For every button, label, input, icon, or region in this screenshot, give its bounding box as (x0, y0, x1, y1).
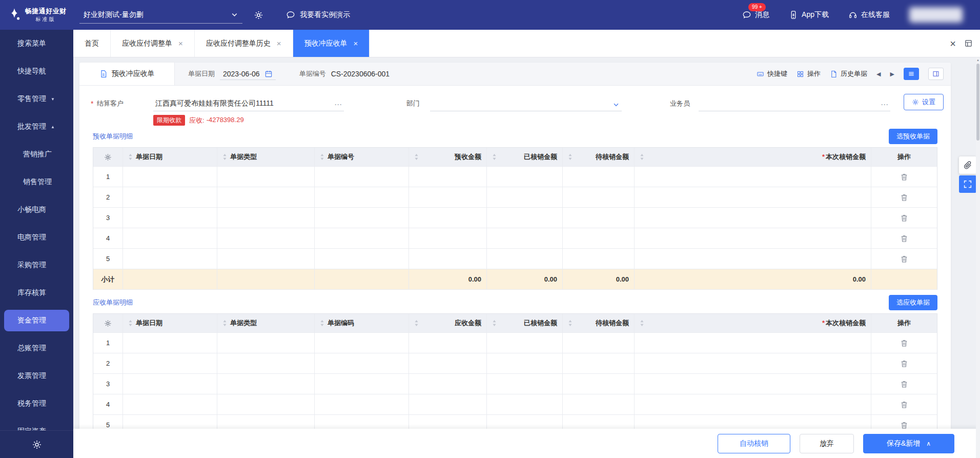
table-cell[interactable] (635, 374, 871, 394)
table-cell[interactable] (563, 249, 635, 269)
table-cell[interactable] (315, 187, 409, 207)
calendar-icon[interactable] (264, 70, 273, 78)
auto-verify-button[interactable]: 自动核销 (718, 434, 790, 453)
dept-field[interactable] (430, 96, 622, 111)
column-header-1-1[interactable]: 单据类型 (217, 314, 315, 332)
sort-icon[interactable] (640, 153, 644, 161)
date-input[interactable]: 2023-06-06 (220, 68, 276, 80)
table-cell[interactable] (487, 167, 563, 187)
sort-icon[interactable] (414, 153, 419, 161)
table-cell[interactable] (635, 228, 871, 248)
tab-3[interactable]: 预收冲应收单× (293, 30, 370, 57)
online-service-button[interactable]: 在线客服 (848, 10, 890, 19)
page-scrollbar[interactable]: ▲ (976, 57, 980, 458)
org-selector[interactable]: 好业财测试-量勿删 (79, 6, 242, 24)
delete-row-icon[interactable] (900, 255, 908, 263)
delete-row-icon[interactable] (900, 173, 908, 181)
ellipsis-icon[interactable]: ⋯ (881, 101, 888, 108)
column-header-0-3[interactable]: 预收金额 (409, 148, 487, 166)
table-cell[interactable] (487, 228, 563, 248)
table-cell[interactable] (409, 394, 487, 414)
table-cell[interactable] (487, 394, 563, 414)
column-header-0-5[interactable]: 待核销金额 (563, 148, 635, 166)
table-cell[interactable] (123, 187, 217, 207)
chevron-left-icon[interactable]: ◀ (876, 71, 881, 77)
table-cell[interactable] (635, 249, 871, 269)
messages-button[interactable]: 99 + 消息 (742, 10, 769, 19)
tab-close-icon[interactable]: × (354, 39, 358, 47)
gear-icon[interactable] (104, 153, 112, 161)
sort-icon[interactable] (320, 153, 324, 161)
tab-1[interactable]: 应收应付调整单× (111, 30, 195, 57)
table-cell[interactable] (409, 353, 487, 373)
discard-button[interactable]: 放弃 (800, 434, 854, 453)
chevron-right-icon[interactable]: ▶ (890, 71, 894, 77)
topbar-gear-icon[interactable] (254, 10, 263, 20)
sidebar-item-8[interactable]: 采购管理 (0, 251, 73, 279)
column-header-1-3[interactable]: 应收金额 (409, 314, 487, 332)
column-header-1-6[interactable]: *本次核销金额 (635, 314, 871, 332)
attachment-button[interactable] (959, 156, 976, 174)
delete-row-icon[interactable] (900, 421, 908, 429)
table-cell[interactable] (487, 353, 563, 373)
table-cell[interactable] (563, 187, 635, 207)
tab-close-icon[interactable]: × (178, 39, 183, 47)
column-header-0-6[interactable]: *本次核销金额 (635, 148, 871, 166)
table-cell[interactable] (563, 228, 635, 248)
table-cell[interactable] (217, 167, 315, 187)
window-layout-icon[interactable] (964, 39, 973, 48)
sidebar-item-3[interactable]: 批发管理▲ (0, 113, 73, 141)
settings-button[interactable]: 设置 (904, 94, 944, 110)
table-cell[interactable] (315, 228, 409, 248)
table-cell[interactable] (123, 374, 217, 394)
sidebar-item-1[interactable]: 快捷导航 (0, 57, 73, 85)
table-cell[interactable] (123, 394, 217, 414)
table-cell[interactable] (315, 394, 409, 414)
table-cell[interactable] (315, 374, 409, 394)
sort-icon[interactable] (222, 320, 227, 327)
select-prepay-docs-button[interactable]: 选预收单据 (889, 129, 937, 144)
table-cell[interactable] (315, 208, 409, 228)
table-cell[interactable] (563, 374, 635, 394)
sidebar-item-6[interactable]: 小畅电商 (0, 196, 73, 224)
column-header-0-0[interactable]: 单据日期 (123, 148, 217, 166)
table-cell[interactable] (315, 333, 409, 353)
table-cell[interactable] (563, 208, 635, 228)
table-cell[interactable] (217, 249, 315, 269)
sidebar-item-0[interactable]: 搜索菜单 (0, 30, 73, 57)
demo-link[interactable]: 我要看实例演示 (286, 10, 350, 19)
table-cell[interactable] (409, 167, 487, 187)
delete-row-icon[interactable] (900, 380, 908, 388)
table-cell[interactable] (123, 228, 217, 248)
delete-row-icon[interactable] (900, 193, 908, 202)
table-cell[interactable] (635, 333, 871, 353)
user-account-blurred[interactable] (909, 7, 963, 23)
table-cell[interactable] (563, 394, 635, 414)
tab-close-icon[interactable]: × (277, 39, 281, 47)
table-cell[interactable] (217, 353, 315, 373)
shortcut-keys-button[interactable]: 快捷键 (757, 69, 787, 78)
table-cell[interactable] (635, 394, 871, 414)
table-cell[interactable] (409, 228, 487, 248)
panel-view-toggle[interactable] (928, 68, 944, 80)
scrollbar-thumb[interactable] (976, 64, 979, 141)
delete-row-icon[interactable] (900, 214, 908, 222)
table-cell[interactable] (217, 333, 315, 353)
table-cell[interactable] (315, 167, 409, 187)
customer-field[interactable]: 江西真可爱布娃娃有限责任公司11111 ⋯ (153, 96, 344, 111)
sidebar-item-10[interactable]: 资金管理 (4, 310, 69, 331)
column-header-1-0[interactable]: 单据日期 (123, 314, 217, 332)
scroll-up-arrow[interactable]: ▲ (976, 57, 980, 63)
gear-icon[interactable] (104, 320, 112, 327)
expand-fullscreen-button[interactable] (959, 175, 976, 193)
delete-row-icon[interactable] (900, 360, 908, 368)
table-cell[interactable] (563, 167, 635, 187)
app-download-button[interactable]: App下载 (789, 10, 829, 19)
delete-row-icon[interactable] (900, 401, 908, 409)
tab-0[interactable]: 首页 (73, 30, 111, 57)
table-cell[interactable] (123, 353, 217, 373)
table-cell[interactable] (487, 374, 563, 394)
table-cell[interactable] (487, 333, 563, 353)
sort-icon[interactable] (492, 320, 497, 327)
table-cell[interactable] (409, 249, 487, 269)
